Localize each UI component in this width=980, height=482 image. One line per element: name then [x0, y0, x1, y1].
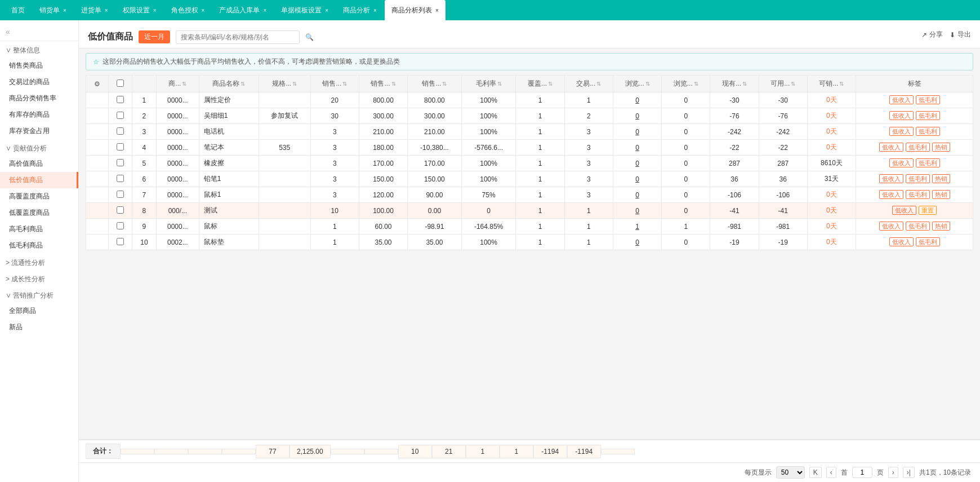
col-margin[interactable]: 毛利率⇅ — [461, 76, 516, 92]
nav-sales-close[interactable]: × — [63, 7, 66, 14]
sidebar-item-high-margin[interactable]: 高毛利商品 — [0, 221, 78, 237]
prev-page-btn[interactable]: ‹ — [826, 467, 836, 478]
browse-link[interactable]: 1 — [635, 223, 639, 231]
cell-col12[interactable]: 0 — [613, 92, 661, 108]
gear-icon[interactable]: ⚙ — [94, 80, 100, 88]
page-size-select[interactable]: 50 100 200 — [776, 466, 805, 479]
sidebar-group-flow[interactable]: > 流通性分析 — [0, 254, 78, 270]
sidebar-group-overall[interactable]: ∨ 整体信息 — [0, 41, 78, 58]
nav-purchase-order[interactable]: 进货单 × — [74, 0, 115, 20]
nav-product-analysis[interactable]: 商品分析 × — [336, 0, 384, 20]
page-input[interactable] — [852, 467, 872, 478]
search-input[interactable] — [176, 30, 300, 44]
col-name[interactable]: 商品名称⇅ — [199, 76, 259, 92]
browse-link[interactable]: 0 — [635, 175, 639, 183]
row-checkbox[interactable] — [117, 191, 124, 198]
cell-checkbox[interactable] — [108, 187, 132, 203]
browse-link[interactable]: 0 — [635, 96, 639, 104]
row-checkbox[interactable] — [117, 96, 124, 103]
sidebar-group-growth[interactable]: > 成长性分析 — [0, 270, 78, 286]
nav-role-auth[interactable]: 角色授权 × — [164, 0, 212, 20]
sidebar-item-all-products[interactable]: 全部商品 — [0, 303, 78, 319]
row-checkbox[interactable] — [117, 143, 124, 151]
col-gear[interactable]: ⚙ — [86, 76, 109, 92]
sidebar-item-category-sales-rate[interactable]: 商品分类销售率 — [0, 90, 78, 107]
row-checkbox[interactable] — [117, 222, 124, 229]
nav-analysis-list[interactable]: 商品分析列表 × — [385, 0, 446, 20]
cell-checkbox[interactable] — [108, 92, 132, 108]
browse-link[interactable]: 0 — [635, 144, 639, 152]
nav-home[interactable]: 首页 — [5, 0, 32, 20]
first-page-btn[interactable]: K — [809, 467, 822, 478]
cell-col12[interactable]: 0 — [613, 156, 661, 171]
share-btn[interactable]: ↗ 分享 — [921, 30, 943, 39]
sidebar-item-low-coverage[interactable]: 低覆盖度商品 — [0, 205, 78, 221]
nav-inbound-close[interactable]: × — [263, 7, 266, 14]
browse-link[interactable]: 0 — [635, 112, 639, 120]
cell-checkbox[interactable] — [108, 140, 132, 156]
nav-permissions-close[interactable]: × — [153, 7, 157, 14]
cell-col12[interactable]: 0 — [613, 124, 661, 140]
filter-recent-month-btn[interactable]: 近一月 — [139, 30, 170, 43]
col-sales2[interactable]: 销售...⇅ — [359, 76, 407, 92]
nav-role-close[interactable]: × — [202, 7, 205, 14]
sidebar-item-stocked-products[interactable]: 有库存的商品 — [0, 107, 78, 123]
col-sales3[interactable]: 销售...⇅ — [408, 76, 462, 92]
sidebar-item-inventory-capital[interactable]: 库存资金占用 — [0, 123, 78, 139]
row-checkbox[interactable] — [117, 159, 124, 166]
col-views1[interactable]: 浏览...⇅ — [613, 76, 661, 92]
col-stock[interactable]: 现有...⇅ — [710, 76, 759, 92]
sidebar-item-high-value[interactable]: 高价值商品 — [0, 156, 78, 172]
cell-checkbox[interactable] — [108, 171, 132, 187]
sidebar-item-low-margin[interactable]: 低毛利商品 — [0, 237, 78, 254]
search-icon[interactable]: 🔍 — [305, 33, 314, 41]
nav-sales-order[interactable]: 销货单 × — [33, 0, 73, 20]
row-checkbox[interactable] — [117, 127, 124, 135]
sidebar-item-sales-products[interactable]: 销售类商品 — [0, 58, 78, 74]
sidebar-group-contribution[interactable]: ∨ 贡献值分析 — [0, 139, 78, 156]
browse-link[interactable]: 0 — [635, 207, 639, 215]
col-views2[interactable]: 浏览...⇅ — [662, 76, 710, 92]
cell-checkbox[interactable] — [108, 156, 132, 171]
sidebar-item-high-coverage[interactable]: 高覆盖度商品 — [0, 188, 78, 205]
nav-template-close[interactable]: × — [325, 7, 328, 14]
row-checkbox[interactable] — [117, 175, 124, 182]
cell-checkbox[interactable] — [108, 124, 132, 140]
select-all-checkbox[interactable] — [117, 79, 124, 87]
cell-col12[interactable]: 0 — [613, 235, 661, 250]
col-spec[interactable]: 规格...⇅ — [259, 76, 310, 92]
nav-analysis-close[interactable]: × — [373, 7, 377, 14]
cell-checkbox[interactable] — [108, 235, 132, 250]
row-checkbox[interactable] — [117, 112, 124, 119]
sidebar-group-marketing[interactable]: ∨ 营销推广分析 — [0, 286, 78, 303]
browse-link[interactable]: 0 — [635, 191, 639, 199]
nav-product-inbound[interactable]: 产成品入库单 × — [212, 0, 273, 20]
cell-col12[interactable]: 1 — [613, 219, 661, 235]
last-page-btn[interactable]: ›| — [903, 467, 915, 478]
cell-col12[interactable]: 0 — [613, 108, 661, 124]
col-code[interactable]: 商...⇅ — [156, 76, 199, 92]
browse-link[interactable]: 0 — [635, 128, 639, 136]
browse-link[interactable]: 0 — [635, 238, 639, 246]
cell-col12[interactable]: 0 — [613, 187, 661, 203]
col-available[interactable]: 可用...⇅ — [759, 76, 807, 92]
row-checkbox[interactable] — [117, 206, 124, 214]
cell-checkbox[interactable] — [108, 219, 132, 235]
col-checkbox[interactable] — [108, 76, 132, 92]
col-coverage[interactable]: 覆盖...⇅ — [516, 76, 564, 92]
cell-col12[interactable]: 0 — [613, 203, 661, 219]
col-sales1[interactable]: 销售...⇅ — [310, 76, 359, 92]
cell-col12[interactable]: 0 — [613, 140, 661, 156]
col-trade[interactable]: 交易...⇅ — [564, 76, 613, 92]
next-page-btn[interactable]: › — [888, 467, 898, 478]
sidebar-collapse-btn[interactable]: « — [3, 25, 12, 38]
sidebar-item-low-value[interactable]: 低价值商品 — [0, 172, 78, 188]
sidebar-item-new-products[interactable]: 新品 — [0, 319, 78, 335]
cell-checkbox[interactable] — [108, 203, 132, 219]
nav-purchase-close[interactable]: × — [105, 7, 108, 14]
table-container[interactable]: ⚙ 商...⇅ 商品名称⇅ 规格...⇅ 销售...⇅ 销售...⇅ 销售...… — [79, 75, 980, 439]
cell-col12[interactable]: 0 — [613, 171, 661, 187]
nav-template-settings[interactable]: 单据模板设置 × — [274, 0, 335, 20]
cell-checkbox[interactable] — [108, 108, 132, 124]
nav-permissions[interactable]: 权限设置 × — [116, 0, 163, 20]
